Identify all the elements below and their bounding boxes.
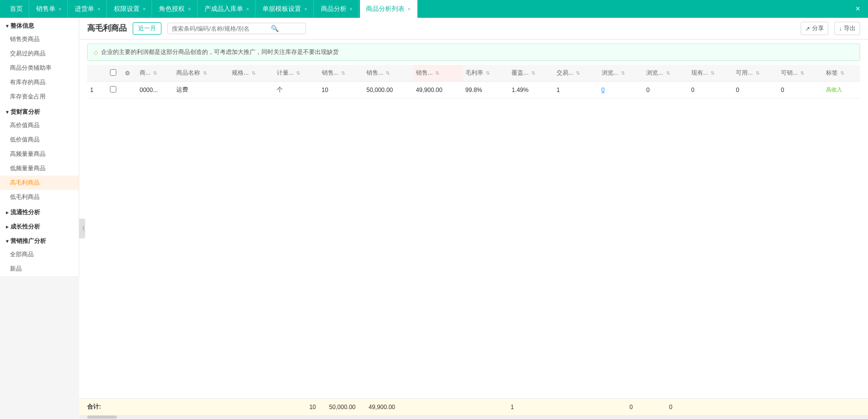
share-icon: ↗	[805, 25, 810, 32]
sidebar-item-new-goods[interactable]: 新品	[0, 262, 79, 276]
cell-browse1[interactable]: 0	[599, 82, 644, 98]
cell-unit: 个	[274, 82, 319, 98]
footer-label: 合计:	[87, 403, 101, 411]
tab-close-permission[interactable]: ×	[143, 6, 146, 12]
select-all-checkbox[interactable]	[110, 69, 116, 76]
horizontal-scrollbar[interactable]	[79, 415, 868, 419]
col-browse1[interactable]: 浏览... ⇅	[599, 65, 644, 82]
content-area: 高毛利商品 近一月 🔍 ↗ 分享 ↓ 导出 ◇ 企业的主要的利润都是这部分商品创…	[79, 18, 868, 419]
cell-sales-profit: 49,900.00	[413, 82, 462, 98]
tab-close-template[interactable]: ×	[304, 6, 307, 12]
search-icon[interactable]: 🔍	[271, 25, 279, 32]
table-row: 1 0000... 运费 个 10 50,000.00 49,900.00 99…	[87, 82, 860, 98]
sidebar-section-wealth-analysis[interactable]: ▾货财富分析	[0, 104, 79, 118]
nav-tab-role[interactable]: 角色授权×	[153, 0, 197, 18]
sidebar-item-stock-capital[interactable]: 库存资金占用	[0, 90, 79, 104]
section-arrow-flow-analysis: ▸	[6, 210, 8, 215]
sidebar-item-low-value[interactable]: 低价值商品	[0, 133, 79, 147]
top-navigation: 首页销售单×进货单×权限设置×角色授权×产成品入库单×单据模板设置×商品分析×商…	[0, 0, 868, 18]
cell-spec	[229, 82, 274, 98]
cell-saleable: 0	[778, 82, 823, 98]
nav-tab-template[interactable]: 单据模板设置×	[256, 0, 313, 18]
content-header: 高毛利商品 近一月 🔍 ↗ 分享 ↓ 导出	[79, 18, 868, 40]
export-button[interactable]: ↓ 导出	[834, 22, 860, 35]
sidebar-item-low-freq[interactable]: 低频量量商品	[0, 161, 79, 176]
table-container[interactable]: ⚙ 商... ⇅ 商品名称 ⇅ 规格... ⇅ 计量... ⇅ 销售... ⇅ …	[79, 65, 868, 398]
tab-close-product-entry[interactable]: ×	[246, 6, 249, 12]
nav-tab-purchase[interactable]: 进货单×	[69, 0, 106, 18]
cell-browse2: 0	[643, 82, 688, 98]
sidebar-item-stocked-goods[interactable]: 有库存的商品	[0, 75, 79, 90]
main-layout: ▾整体信息销售类商品交易过的商品商品分类辅助率有库存的商品库存资金占用▾货财富分…	[0, 18, 868, 419]
footer-available1: 0	[596, 404, 636, 411]
footer-sales-qty: 10	[279, 404, 319, 411]
sidebar-section-flow-analysis[interactable]: ▸流通性分析	[0, 204, 79, 219]
tab-close-product-analysis-list[interactable]: ×	[408, 6, 410, 12]
footer-available2: 0	[636, 404, 675, 411]
sidebar-wrapper: ▾整体信息销售类商品交易过的商品商品分类辅助率有库存的商品库存资金占用▾货财富分…	[0, 18, 79, 419]
col-checkbox[interactable]	[107, 65, 122, 82]
nav-tab-sales[interactable]: 销售单×	[30, 0, 68, 18]
col-sales-amount[interactable]: 销售... ⇅	[363, 65, 413, 82]
col-sales-qty[interactable]: 销售... ⇅	[319, 65, 364, 82]
col-available1[interactable]: 现有... ⇅	[688, 65, 733, 82]
row-checkbox[interactable]	[110, 86, 116, 93]
col-saleable[interactable]: 可销... ⇅	[778, 65, 823, 82]
sidebar-section-marketing-analysis[interactable]: ▾营销推广分析	[0, 233, 79, 247]
nav-tab-product-entry[interactable]: 产成品入库单×	[199, 0, 255, 18]
info-icon: ◇	[94, 49, 98, 56]
col-name[interactable]: 商品名称 ⇅	[173, 65, 229, 82]
search-input[interactable]	[172, 25, 271, 32]
sidebar-item-traded-goods[interactable]: 交易过的商品	[0, 47, 79, 61]
cell-settings	[122, 82, 137, 98]
nav-tab-home[interactable]: 首页	[4, 0, 29, 18]
settings-icon[interactable]: ⚙	[125, 70, 130, 77]
share-button[interactable]: ↗ 分享	[801, 22, 828, 35]
nav-tab-permission[interactable]: 权限设置×	[108, 0, 152, 18]
section-arrow-marketing-analysis: ▾	[6, 238, 8, 244]
info-text: 企业的主要的利润都是这部分商品创造的，可考虑加大推广，同时关注库存是不要出现缺货	[101, 48, 339, 56]
section-arrow-wealth-analysis: ▾	[6, 109, 8, 115]
tab-close-sales[interactable]: ×	[58, 6, 61, 12]
sidebar-collapse-button[interactable]: 《	[79, 219, 85, 238]
col-available2[interactable]: 可用... ⇅	[733, 65, 778, 82]
sidebar-section-overall[interactable]: ▾整体信息	[0, 18, 79, 32]
col-sales-profit[interactable]: 销售... ⇅	[413, 65, 462, 82]
sidebar-section-growth-analysis[interactable]: ▸成长性分析	[0, 219, 79, 233]
tab-close-role[interactable]: ×	[188, 6, 191, 12]
sidebar-item-low-margin[interactable]: 低毛利商品	[0, 190, 79, 204]
sidebar-item-goods-analysis[interactable]: 商品分类辅助率	[0, 61, 79, 75]
tab-close-purchase[interactable]: ×	[97, 6, 100, 12]
sidebar-item-high-value[interactable]: 高价值商品	[0, 118, 79, 133]
col-code[interactable]: 商... ⇅	[137, 65, 173, 82]
cell-margin-rate: 99.8%	[462, 82, 509, 98]
window-close-button[interactable]: ×	[852, 4, 864, 13]
search-box: 🔍	[167, 23, 306, 34]
table-header-row: ⚙ 商... ⇅ 商品名称 ⇅ 规格... ⇅ 计量... ⇅ 销售... ⇅ …	[87, 65, 860, 82]
cell-checkbox[interactable]	[107, 82, 122, 98]
sidebar-item-high-freq[interactable]: 高频量量商品	[0, 147, 79, 161]
col-settings[interactable]: ⚙	[122, 65, 137, 82]
sidebar-item-all-goods[interactable]: 全部商品	[0, 247, 79, 262]
footer-sales-profit: 49,900.00	[358, 404, 398, 411]
tab-close-product-analysis[interactable]: ×	[350, 6, 353, 12]
col-trade[interactable]: 交易... ⇅	[554, 65, 599, 82]
nav-tab-product-analysis-list[interactable]: 商品分析列表×	[360, 0, 417, 18]
time-filter-button[interactable]: 近一月	[133, 22, 161, 35]
col-unit[interactable]: 计量... ⇅	[274, 65, 319, 82]
scrollbar-thumb[interactable]	[87, 416, 117, 419]
sidebar-item-sales-goods[interactable]: 销售类商品	[0, 32, 79, 47]
col-index	[87, 65, 107, 82]
nav-tab-product-analysis[interactable]: 商品分析×	[315, 0, 359, 18]
col-browse2[interactable]: 浏览... ⇅	[643, 65, 688, 82]
page-title: 高毛利商品	[87, 23, 127, 34]
footer-trade: 1	[477, 404, 517, 411]
col-coverage[interactable]: 覆盖... ⇅	[509, 65, 554, 82]
col-spec[interactable]: 规格... ⇅	[229, 65, 274, 82]
sidebar: ▾整体信息销售类商品交易过的商品商品分类辅助率有库存的商品库存资金占用▾货财富分…	[0, 18, 79, 276]
export-icon: ↓	[839, 25, 842, 32]
cell-available2: 0	[733, 82, 778, 98]
col-tag[interactable]: 标签 ⇅	[823, 65, 860, 82]
sidebar-item-high-margin[interactable]: 高毛利商品	[0, 176, 79, 190]
col-margin-rate[interactable]: 毛利率 ⇅	[462, 65, 509, 82]
